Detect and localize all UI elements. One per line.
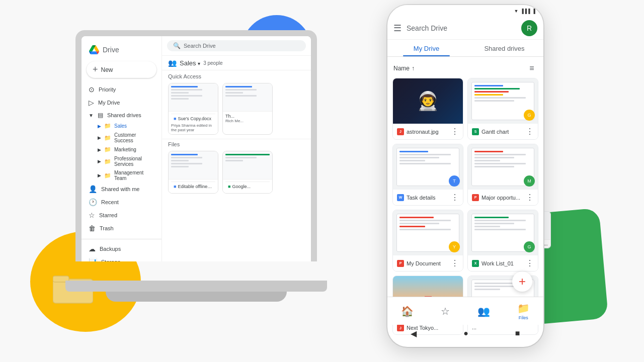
- sidebar-item-mydrive[interactable]: ▷ My Drive: [82, 96, 157, 109]
- line: [171, 163, 202, 164]
- drive-main: 🔍 Search Drive 👥 Sales ▾ 3 people: [162, 36, 311, 261]
- sidebar-label-cs: Customer Success: [114, 132, 154, 143]
- file-name-row-mydoc: P My Document: [397, 260, 441, 267]
- expand-icon: ▼: [89, 113, 94, 118]
- sidebar-item-backups[interactable]: ☁ Backups: [82, 242, 157, 255]
- doc-line: [474, 154, 526, 155]
- laptop-screen-inner: Drive + New ⊙ Priority ▷ My Drive: [82, 36, 311, 261]
- doc-line: [474, 91, 509, 93]
- file-thumb-gantt: G: [468, 78, 538, 124]
- search-box[interactable]: 🔍 Search Drive: [167, 40, 306, 51]
- doc-line: [474, 166, 514, 167]
- sidebar-item-management[interactable]: ▶ 📁 Management Team: [86, 168, 162, 183]
- home-icon: 🏠: [401, 305, 414, 317]
- recents-button[interactable]: ■: [515, 329, 520, 338]
- doc-line: [399, 220, 451, 221]
- fab-add-button[interactable]: +: [512, 272, 532, 292]
- people-count: 3 people: [203, 60, 222, 66]
- file-footer-4: ■ Google...: [223, 179, 272, 193]
- more-menu-task[interactable]: ⋮: [451, 193, 459, 202]
- sidebar-item-storage[interactable]: 📊 Storage: [82, 255, 157, 261]
- more-menu-worklist[interactable]: ⋮: [526, 258, 534, 268]
- phone-tabs: My Drive Shared drives: [387, 40, 543, 57]
- file-thumb-mydoc: Y: [393, 210, 463, 255]
- doc-line: [474, 100, 514, 102]
- shared-drive-icon: 👥: [168, 59, 177, 67]
- more-menu-mydoc[interactable]: ⋮: [451, 258, 459, 268]
- backup-icon: ☁: [89, 245, 96, 253]
- star-icon: ☆: [89, 211, 95, 219]
- user-avatar[interactable]: R: [521, 20, 537, 36]
- file-thumb-major: M: [468, 144, 538, 190]
- phone-search-input[interactable]: Search Drive: [407, 24, 516, 32]
- sidebar-item-professional[interactable]: ▶ 📁 Professional Services: [86, 154, 162, 168]
- sidebar-label-shared: Shared drives: [107, 112, 141, 118]
- astronaut-figure: 👨‍🚀: [417, 90, 439, 112]
- sort-arrow-icon: ↑: [412, 65, 415, 72]
- file-card-gantt[interactable]: G S Gantt chart ⋮: [467, 78, 538, 140]
- file-card-3[interactable]: ■ Editable offline docu...: [168, 151, 218, 194]
- file-footer-1: ■ Sue's Copy.docx Priya Sharma edited in…: [169, 111, 218, 134]
- doc-line: [474, 286, 514, 287]
- new-button[interactable]: + New: [87, 61, 156, 78]
- file-name-mydoc: My Document: [407, 260, 441, 266]
- hamburger-icon[interactable]: ☰: [393, 23, 401, 34]
- shared-drive-header: 👥 Sales ▾ 3 people: [162, 56, 311, 70]
- sidebar-item-trash[interactable]: 🗑 Trash: [82, 222, 157, 235]
- view-toggle-icon[interactable]: ≡: [526, 63, 537, 74]
- nav-shared[interactable]: 👥: [477, 305, 490, 317]
- file-name-row-astronaut: J astronaut.jpg: [397, 128, 439, 135]
- nav-home[interactable]: 🏠: [401, 305, 414, 317]
- more-menu-gantt[interactable]: ⋮: [526, 127, 534, 136]
- file-card-worklist[interactable]: G X Work List_01 ⋮: [467, 210, 538, 272]
- folder-icon-sales: 📁: [104, 123, 111, 129]
- file-card-task[interactable]: T W Task details ⋮: [392, 144, 463, 206]
- file-card-2[interactable]: Th... Rich Me...: [222, 83, 273, 135]
- sidebar-item-customer-success[interactable]: ▶ 📁 Customer Success: [86, 131, 162, 145]
- sidebar-item-sales[interactable]: ▶ 📁 Sales: [86, 121, 162, 131]
- back-button[interactable]: ◀: [411, 329, 417, 338]
- home-button[interactable]: ●: [463, 329, 468, 338]
- line: [171, 92, 189, 94]
- file-card-major[interactable]: M P Major opportu... ⋮: [467, 144, 538, 206]
- sidebar-item-shared-with-me[interactable]: 👤 Shared with me: [82, 183, 157, 196]
- line: [225, 154, 270, 155]
- file-thumb-worklist: G: [468, 210, 538, 255]
- file-card-mydoc[interactable]: Y P My Document ⋮: [392, 210, 463, 272]
- doc-line: [474, 223, 514, 224]
- file-card-4[interactable]: ■ Google...: [222, 151, 273, 194]
- doc-badge-task: W: [397, 194, 404, 201]
- file-info-gantt: S Gantt chart ⋮: [468, 124, 538, 139]
- battery-icon: ▐: [532, 9, 535, 14]
- sidebar-item-priority[interactable]: ⊙ Priority: [82, 83, 157, 96]
- sidebar-item-recent[interactable]: 🕐 Recent: [82, 196, 157, 209]
- sort-label[interactable]: Name ↑: [393, 65, 415, 72]
- shared-drive-title: Sales: [180, 59, 196, 67]
- sidebar-bottom: ☁ Backups 📊 Storage 30.7 GB used: [82, 239, 162, 261]
- more-menu-major[interactable]: ⋮: [526, 193, 534, 202]
- doc-line: [474, 160, 500, 161]
- more-menu-astronaut[interactable]: ⋮: [451, 127, 459, 136]
- folder-icon: ▤: [98, 112, 103, 119]
- shared-drive-name: Sales ▾: [180, 59, 200, 67]
- laptop-screen: Drive + New ⊙ Priority ▷ My Drive: [75, 30, 317, 261]
- nav-starred[interactable]: ☆: [441, 305, 450, 317]
- sidebar-label-priority: Priority: [99, 86, 116, 93]
- file-card-astronaut[interactable]: 👨‍🚀 J astronaut.jpg ⋮: [392, 78, 463, 140]
- file-preview-4: [223, 151, 272, 179]
- sidebar-label-marketing: Marketing: [114, 147, 136, 152]
- xls-badge-worklist: X: [472, 260, 479, 267]
- people-icon: 👤: [89, 185, 97, 193]
- sidebar-item-starred[interactable]: ☆ Starred: [82, 209, 157, 222]
- file-name-row-major: P Major opportu...: [472, 194, 520, 201]
- tab-shared-drives[interactable]: Shared drives: [465, 40, 543, 56]
- file-card-1[interactable]: ■ Sue's Copy.docx Priya Sharma edited in…: [168, 83, 218, 135]
- sidebar-item-marketing[interactable]: ▶ 📁 Marketing: [86, 145, 162, 154]
- file-name-3: ■ Editable offline docu...: [171, 182, 215, 191]
- laptop-device: Drive + New ⊙ Priority ▷ My Drive: [65, 30, 327, 322]
- sidebar-item-shared-drives[interactable]: ▼ ▤ Shared drives: [82, 109, 157, 121]
- user-avatar-gantt: G: [524, 110, 535, 121]
- nav-files[interactable]: 📁 Files: [517, 302, 530, 320]
- tab-my-drive[interactable]: My Drive: [387, 40, 465, 56]
- doc-line: [474, 88, 520, 89]
